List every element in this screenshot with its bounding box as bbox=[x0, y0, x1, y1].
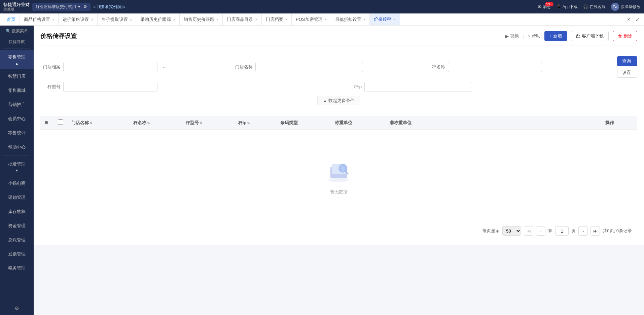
store-name-input[interactable] bbox=[255, 62, 363, 72]
collapse-label: 收起更多条件 bbox=[328, 98, 355, 104]
tab-min-discount[interactable]: 最低折扣设置 × bbox=[331, 13, 370, 26]
sidebar-item-finance[interactable]: 资金管理 bbox=[0, 219, 34, 233]
sidebar-item-retail-mall[interactable]: 零售商城 bbox=[0, 83, 34, 98]
gear-icon[interactable]: ⚙ bbox=[44, 120, 48, 125]
tab-home[interactable]: 首页 bbox=[3, 13, 20, 26]
add-button[interactable]: + 新增 bbox=[544, 31, 567, 41]
select-all-checkbox[interactable] bbox=[58, 119, 63, 125]
sidebar-item-ledger[interactable]: 总账管理 bbox=[0, 233, 34, 247]
store-name-label: 门店名称 bbox=[232, 64, 253, 70]
tab-close-all-button[interactable]: × bbox=[626, 16, 632, 23]
store-file-input[interactable] bbox=[63, 62, 157, 72]
tab-close-purchase-history[interactable]: × bbox=[173, 18, 175, 22]
sidebar-item-member[interactable]: 会员中心 bbox=[0, 112, 34, 126]
sort-icon-scale-name[interactable]: ⇅ bbox=[147, 121, 150, 125]
tab-close-product-price[interactable]: × bbox=[52, 18, 54, 22]
online-service-button[interactable]: 🎧 在线客服 bbox=[583, 4, 606, 10]
tab-close-store-profile[interactable]: × bbox=[285, 18, 287, 22]
tab-purchase-strategy[interactable]: 进价策略设置 × bbox=[59, 13, 97, 26]
tab-store-profile[interactable]: 门店档案 × bbox=[262, 13, 292, 26]
help-label: 帮助 bbox=[532, 33, 540, 39]
th-scale-name: 秤名称⇅ bbox=[129, 116, 182, 130]
sidebar-item-smart-store[interactable]: 智慧门店 bbox=[0, 69, 34, 83]
page-last-button[interactable]: ⏭ bbox=[591, 226, 600, 236]
tab-sale-history[interactable]: 销售历史价跟踪 × bbox=[180, 13, 223, 26]
tab-pos-encrypt[interactable]: POS加密管理 × bbox=[292, 13, 331, 26]
demo-button[interactable]: ○ 我要看实例演示 bbox=[93, 4, 125, 10]
sidebar-item-xiaochange[interactable]: 小畅电商 bbox=[0, 176, 34, 190]
empty-illustration bbox=[322, 156, 356, 183]
sidebar-search[interactable]: 🔍 搜索菜单 bbox=[0, 26, 34, 37]
tab-purchase-history-label: 采购历史价跟踪 bbox=[140, 16, 171, 23]
tab-purchase-strategy-label: 进价策略设置 bbox=[63, 16, 89, 23]
tab-close-purchase-strategy[interactable]: × bbox=[91, 18, 93, 22]
ellipsis-button[interactable]: ··· bbox=[160, 64, 170, 70]
sidebar-item-retail[interactable]: 零售管理 ▲ bbox=[0, 50, 34, 69]
delete-button[interactable]: 🗑 删除 bbox=[613, 31, 637, 41]
sidebar-item-marketing[interactable]: 营销推广 bbox=[0, 98, 34, 112]
sidebar-item-purchase-label: 采购管理 bbox=[8, 195, 26, 201]
sidebar-item-smart-store-label: 智慧门店 bbox=[8, 73, 26, 79]
sort-icon-scale-model[interactable]: ⇅ bbox=[200, 121, 202, 125]
tab-product-price[interactable]: 商品价格设置 × bbox=[20, 13, 59, 26]
sidebar-item-tax[interactable]: 税务管理 bbox=[0, 261, 34, 275]
scale-ip-input[interactable] bbox=[364, 82, 472, 92]
th-non-weight-unit: 非称重单位 bbox=[386, 116, 601, 130]
page-next-button[interactable]: › bbox=[578, 226, 588, 236]
tab-close-sale-history[interactable]: × bbox=[216, 18, 218, 22]
page-number-input[interactable] bbox=[555, 226, 569, 236]
sidebar-quick-nav[interactable]: 快捷导航 bbox=[0, 37, 34, 47]
sidebar-item-help[interactable]: 帮助中心 bbox=[0, 140, 34, 154]
content-area: 价格传秤设置 ▶ 视频 | ? 帮助 + 新增 凸 客户端下载 bbox=[34, 26, 644, 315]
tab-purchase-history[interactable]: 采购历史价跟踪 × bbox=[136, 13, 179, 26]
sidebar-item-invoice[interactable]: 发票管理 bbox=[0, 247, 34, 261]
tab-close-sale-price[interactable]: × bbox=[130, 18, 132, 22]
sidebar-item-retail-stat[interactable]: 零售统计 bbox=[0, 126, 34, 140]
tab-close-price-scale[interactable]: × bbox=[393, 17, 395, 21]
settings-form-button[interactable]: 设置 bbox=[617, 68, 637, 78]
collapse-button[interactable]: ▲ 收起更多条件 bbox=[317, 96, 361, 105]
sidebar-item-wholesale[interactable]: 批发管理 ▼ bbox=[0, 157, 34, 176]
sort-icon-scale-ip[interactable]: ⇅ bbox=[247, 121, 250, 125]
tab-sale-history-label: 销售历史价跟踪 bbox=[184, 16, 214, 23]
scale-model-input[interactable] bbox=[63, 82, 157, 92]
app-logo: 畅捷通好业财 标准版 bbox=[3, 2, 30, 12]
tab-sale-price[interactable]: 售价提取设置 × bbox=[98, 13, 136, 26]
messages-button[interactable]: ✉ 消息 99+ bbox=[538, 4, 551, 10]
sidebar-item-purchase[interactable]: 采购管理 bbox=[0, 190, 34, 205]
page-first-button[interactable]: ⏮ bbox=[524, 226, 533, 236]
message-icon: ✉ bbox=[538, 4, 541, 9]
messages-badge: 99+ bbox=[545, 2, 553, 6]
page-word-label: 算 bbox=[548, 228, 552, 234]
sidebar-divider-1 bbox=[3, 48, 30, 49]
tab-expand-button[interactable]: ⤢ bbox=[634, 16, 641, 23]
online-service-label: 在线客服 bbox=[589, 4, 606, 10]
tab-pos-encrypt-label: POS加密管理 bbox=[296, 16, 322, 23]
sidebar-item-retail-label: 零售管理 bbox=[8, 54, 26, 60]
video-link[interactable]: ▶ 视频 bbox=[505, 33, 519, 39]
form-row-1: 门店档案 ··· 门店名称 秤名称 查询 设置 bbox=[40, 56, 637, 78]
query-button[interactable]: 查询 bbox=[617, 56, 637, 66]
app-download-button[interactable]: 📱 App下载 bbox=[556, 4, 578, 10]
help-link[interactable]: ? 帮助 bbox=[528, 33, 540, 39]
sidebar-item-inventory-label: 库存核算 bbox=[8, 209, 26, 215]
tab-close-pos-encrypt[interactable]: × bbox=[325, 18, 327, 22]
per-page-select[interactable]: 10 20 50 100 bbox=[502, 226, 521, 236]
sidebar-gear-button[interactable]: ⚙ bbox=[14, 305, 19, 312]
tab-bar: 首页 商品价格设置 × 进价策略设置 × 售价提取设置 × 采购历史价跟踪 × … bbox=[0, 13, 644, 26]
tab-close-store-catalog[interactable]: × bbox=[255, 18, 257, 22]
tab-close-min-discount[interactable]: × bbox=[363, 18, 365, 22]
tab-price-scale[interactable]: 价格传秤 × bbox=[370, 13, 400, 26]
download-button[interactable]: 凸 客户端下载 bbox=[571, 31, 609, 41]
th-gear[interactable]: ⚙ bbox=[40, 116, 54, 130]
version-selector[interactable]: 好业财标准版交付试用 ▾ ⚙ bbox=[32, 3, 91, 11]
page-prev-button[interactable]: ‹ bbox=[536, 226, 545, 236]
user-info[interactable]: Ea 徐泽华修改 bbox=[611, 3, 641, 11]
tab-store-profile-label: 门店档案 bbox=[266, 16, 283, 23]
sort-icon-store-name[interactable]: ⇅ bbox=[90, 121, 92, 125]
th-checkbox[interactable] bbox=[54, 116, 67, 130]
settings-icon[interactable]: ⚙ bbox=[83, 4, 87, 9]
sidebar-item-inventory[interactable]: 库存核算 bbox=[0, 205, 34, 219]
scale-name-input[interactable] bbox=[448, 62, 542, 72]
tab-store-catalog[interactable]: 门店商品目录 × bbox=[223, 13, 261, 26]
